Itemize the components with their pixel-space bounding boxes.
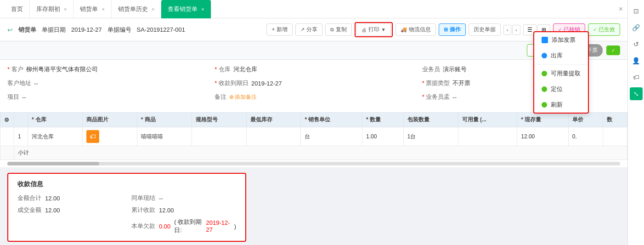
refresh-icon bbox=[542, 102, 547, 108]
tab-home[interactable]: 首页 bbox=[5, 0, 30, 18]
menu-locate[interactable]: 定位 bbox=[534, 81, 588, 97]
locate-icon bbox=[542, 86, 547, 92]
warehouse-field: 仓库 河北仓库 bbox=[215, 65, 412, 74]
cell-stock: 12.00 bbox=[517, 127, 569, 146]
product-image: 🏷 bbox=[86, 130, 99, 143]
cumulative-label: 累计收款 bbox=[131, 206, 155, 214]
col-more: 数 bbox=[603, 113, 627, 127]
transaction-value: -- bbox=[159, 195, 163, 202]
col-warehouse: * 仓库 bbox=[28, 113, 83, 127]
payment-section: 收款信息 金额合计 12.00 同单现结 -- 成交金额 12.00 累计收款 … bbox=[7, 173, 246, 242]
sidebar-fullscreen-icon[interactable]: ⤡ bbox=[630, 87, 643, 100]
tab-sales-history[interactable]: 销货单历史 × bbox=[112, 0, 161, 18]
tab-view-sales[interactable]: 查看销货单 × bbox=[161, 0, 211, 18]
close-sales-tab[interactable]: × bbox=[102, 6, 104, 12]
cell-more bbox=[603, 127, 627, 146]
due-date-prefix: ( 收款到期日: bbox=[174, 218, 202, 234]
cell-price: 0. bbox=[568, 127, 603, 146]
history-button[interactable]: 历史单据 bbox=[469, 23, 501, 36]
doc-header-left: ↩ 销货单 单据日期 2019-12-27 单据编号 SA-20191227-0… bbox=[7, 26, 185, 34]
salesperson-label: 业务员 bbox=[422, 65, 440, 74]
total-amount-row: 金额合计 12.00 bbox=[17, 194, 122, 202]
sales-table: ⚙ * 仓库 商品图片 * 商品 规格型号 最低库存 * 销售单位 * 数量 包… bbox=[0, 112, 627, 160]
payment-date-label: 收款到期日 bbox=[215, 79, 249, 87]
scrollbar-track[interactable] bbox=[7, 162, 620, 165]
menu-outbound[interactable]: 出库 bbox=[534, 48, 588, 63]
next-button[interactable]: › bbox=[512, 25, 520, 35]
cell-gear bbox=[0, 127, 14, 146]
cell-min-stock bbox=[246, 127, 301, 146]
approve-button[interactable]: ✓ bbox=[606, 46, 620, 55]
print-button[interactable]: 🖨 打印 ▼ bbox=[356, 23, 391, 36]
close-inventory-tab[interactable]: × bbox=[64, 6, 67, 12]
sidebar-user-icon[interactable]: 👤 bbox=[630, 54, 643, 67]
tab-inventory-init[interactable]: 库存期初 × bbox=[30, 0, 73, 18]
menu-add-invoice[interactable]: 添加发票 bbox=[534, 32, 588, 48]
available-qty-icon bbox=[542, 71, 547, 76]
salesperson-field: 业务员 演示账号 bbox=[422, 65, 620, 74]
salesperson-value: 演示账号 bbox=[443, 65, 467, 74]
col-min-stock: 最低库存 bbox=[246, 113, 301, 127]
tab-sales-order[interactable]: 销货单 × bbox=[73, 0, 111, 18]
table-wrap: ⚙ * 仓库 商品图片 * 商品 规格型号 最低库存 * 销售单位 * 数量 包… bbox=[0, 112, 627, 167]
col-stock: * 现存量 bbox=[517, 113, 569, 127]
col-qty: * 数量 bbox=[362, 113, 404, 127]
close-history-tab[interactable]: × bbox=[152, 6, 154, 12]
share-button[interactable]: ↗ 分享 bbox=[295, 23, 322, 36]
nav-arrows: ‹ › bbox=[503, 25, 520, 35]
staff-field: 业务员孟 -- bbox=[422, 93, 620, 101]
date-value: 2019-12-27 bbox=[71, 26, 102, 33]
due-date-suffix: ) bbox=[234, 223, 236, 230]
number-label: 单据编号 bbox=[107, 26, 131, 34]
close-window-button[interactable]: × bbox=[619, 5, 623, 13]
col-price: 单价 bbox=[568, 113, 603, 127]
new-button[interactable]: + 新增 bbox=[266, 23, 292, 36]
cell-spec bbox=[192, 127, 246, 146]
table-header-row: ⚙ * 仓库 商品图片 * 商品 规格型号 最低库存 * 销售单位 * 数量 包… bbox=[0, 113, 627, 127]
sidebar-expand-icon[interactable]: ⊡ bbox=[630, 5, 643, 17]
col-available: 可用量 (... bbox=[458, 113, 517, 127]
due-date-value: 2019-12-27 bbox=[206, 219, 231, 233]
sidebar-refresh-icon[interactable]: ↺ bbox=[630, 38, 643, 51]
sidebar-link-icon[interactable]: 🔗 bbox=[630, 21, 643, 34]
menu-available-qty[interactable]: 可用量提取 bbox=[534, 66, 588, 81]
print-highlight: 🖨 打印 ▼ bbox=[355, 22, 393, 37]
payment-date-field: 收款到期日 2019-12-27 bbox=[215, 79, 412, 87]
scrollbar-area bbox=[0, 160, 627, 167]
project-field: 项目 -- bbox=[7, 93, 205, 101]
col-spec: 规格型号 bbox=[192, 113, 246, 127]
cell-unit: 台 bbox=[301, 127, 362, 146]
staff-value: -- bbox=[452, 94, 457, 101]
sidebar-tag-icon[interactable]: 🏷 bbox=[630, 71, 643, 84]
address-label: 客户地址 bbox=[7, 79, 31, 87]
effective-button[interactable]: ✓ 已生效 bbox=[588, 23, 620, 36]
staff-label: 业务员孟 bbox=[422, 93, 450, 101]
doc-title: 销货单 bbox=[18, 26, 36, 34]
payment-date-value: 2019-12-27 bbox=[251, 80, 282, 87]
add-remark-button[interactable]: ⊕ 添加备注 bbox=[229, 93, 257, 101]
payment-grid: 金额合计 12.00 同单现结 -- 成交金额 12.00 累计收款 12.00… bbox=[17, 194, 236, 234]
close-view-sales-tab[interactable]: × bbox=[201, 6, 204, 12]
operate-button[interactable]: ⊞ 操作 bbox=[439, 23, 466, 36]
right-sidebar: ⊡ 🔗 ↺ 👤 🏷 ⤡ bbox=[627, 0, 644, 245]
ticket-type-value: 不开票 bbox=[452, 79, 470, 87]
copy-button[interactable]: ⧉ 复制 bbox=[325, 23, 352, 36]
ticket-type-field: 票据类型 不开票 bbox=[422, 79, 620, 87]
ticket-type-label: 票据类型 bbox=[422, 79, 450, 87]
form-row-1: 客户 柳州粤港平安气体有限公司 仓库 河北仓库 业务员 演示账号 bbox=[7, 65, 620, 74]
cell-warehouse: 河北仓库 bbox=[28, 127, 83, 146]
customer-field: 客户 柳州粤港平安气体有限公司 bbox=[7, 65, 205, 74]
prev-button[interactable]: ‹ bbox=[503, 25, 512, 35]
cumulative-value: 12.00 bbox=[159, 207, 174, 214]
deal-amount-label: 成交金额 bbox=[17, 206, 41, 214]
total-amount-value: 12.00 bbox=[45, 195, 60, 202]
scrollbar-thumb bbox=[7, 162, 99, 165]
transaction-row: 同单现结 -- bbox=[131, 194, 236, 202]
cell-qty: 1.00 bbox=[362, 127, 404, 146]
doc-title-icon: ↩ bbox=[7, 26, 13, 34]
menu-refresh[interactable]: 刷新 bbox=[534, 97, 588, 113]
col-product: * 商品 bbox=[137, 113, 192, 127]
cell-product: 嘻嘻嘻嘻 bbox=[137, 127, 192, 146]
logistics-button[interactable]: 🚚 物流信息 bbox=[395, 23, 436, 36]
doc-meta: ↩ 销货单 单据日期 2019-12-27 单据编号 SA-20191227-0… bbox=[7, 26, 185, 34]
